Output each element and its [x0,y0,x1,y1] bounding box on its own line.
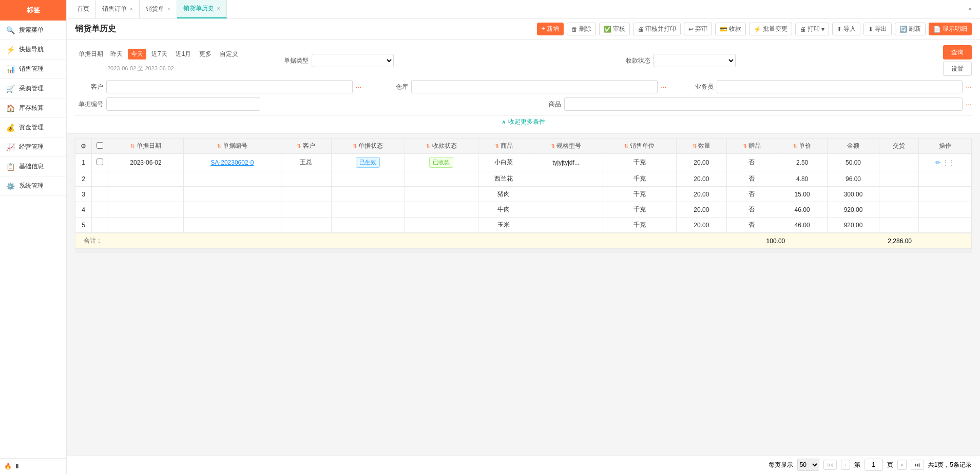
sidebar-item-search-menu[interactable]: 🔍 搜索菜单 [0,21,66,40]
fire-icon[interactable]: 🔥 [4,463,12,470]
import-button[interactable]: ⬆ 导入 [832,23,860,35]
warehouse-input[interactable] [411,80,658,93]
last-page-button[interactable]: ⏭ [911,460,924,470]
tab-home[interactable]: 首页 [71,0,96,18]
import-icon: ⬆ [837,26,842,33]
col-date[interactable]: ⇅ 单据日期 [108,139,184,154]
more-icon[interactable]: ⋮⋮ [943,159,955,166]
pay-status-field: 收款状态 [622,54,935,67]
cell-doc-status [331,202,405,218]
pagination-area: 每页显示 50 100 200 ⏮ ‹ 第 页 › ⏭ 共1页，5条记录 [67,455,980,474]
cell-goods: 牛肉 [478,202,529,218]
audit-print-button[interactable]: 🖨 审核并打印 [633,23,681,35]
pay-status-select[interactable] [654,54,736,67]
money-icon: 💰 [6,124,15,132]
customer-input[interactable] [106,80,353,93]
warehouse-dots-button[interactable]: ··· [661,83,667,91]
new-button[interactable]: + 新增 [537,23,564,35]
export-button[interactable]: ⬇ 导出 [863,23,892,35]
goods-dots-button[interactable]: ··· [966,100,972,108]
collapse-button[interactable]: ∧ 收起更多条件 [75,115,972,128]
sidebar-item-quick-nav[interactable]: ⚡ 快捷导航 [0,40,66,60]
tab-sales-order-close[interactable]: × [130,6,133,12]
col-doc-status[interactable]: ⇅ 单据状态 [331,139,405,154]
doc-type-select[interactable] [312,54,394,67]
sidebar-item-inventory[interactable]: 🏠 库存核算 [0,98,66,118]
audit-button[interactable]: ✅ 审核 [599,23,630,35]
col-amount: 金额 [828,139,879,154]
cell-checkbox[interactable] [92,218,108,233]
col-pay-status[interactable]: ⇅ 收款状态 [405,139,478,154]
col-number[interactable]: ⇅ 单据编号 [184,139,281,154]
date-pill-1month[interactable]: 近1月 [172,49,195,60]
tab-sales-history[interactable]: 销货单历史 × [177,0,227,18]
page-number-input[interactable] [864,459,883,471]
batch-change-button[interactable]: ⚡ 批量变更 [749,23,792,35]
col-customer[interactable]: ⇅ 客户 [281,139,331,154]
customer-dots-button[interactable]: ··· [356,83,362,91]
clipboard-icon: 📋 [6,163,15,171]
cell-seq: 1 [75,154,92,171]
print-button[interactable]: 🖨 打印 ▾ [795,23,829,35]
sidebar-item-basic-info[interactable]: 📋 基础信息 [0,157,66,176]
audit-icon: ✅ [604,26,611,33]
tab-sales-order[interactable]: 销售订单 × [96,0,140,18]
delete-button[interactable]: 🗑 删除 [567,23,596,35]
cell-unit: 千克 [603,187,676,202]
row-checkbox[interactable] [97,159,103,165]
date-pill-yesterday[interactable]: 昨天 [107,49,126,60]
cell-doc-status [331,187,405,202]
tab-sales-history-label: 销货单历史 [183,4,214,13]
cell-seq: 4 [75,202,92,218]
edit-icon[interactable]: ✏ [935,159,940,166]
table-row: 2 西兰花 千克 20.00 否 4.80 96.00 [75,171,972,187]
per-page-select[interactable]: 50 100 200 [797,459,819,471]
cell-checkbox[interactable] [92,187,108,202]
col-spec[interactable]: ⇅ 规格型号 [529,139,603,154]
sidebar-item-finance[interactable]: 💰 资金管理 [0,118,66,137]
sidebar-item-sales-mgmt[interactable]: 📊 销售管理 [0,60,66,79]
query-button[interactable]: 查询 [943,45,972,60]
cell-checkbox[interactable] [92,154,108,171]
next-page-button[interactable]: › [897,460,907,470]
abandon-button[interactable]: ↩ 弃审 [684,23,712,35]
refresh-button[interactable]: 🔄 刷新 [895,23,926,35]
col-price[interactable]: ⇅ 单价 [777,139,828,154]
tab-sales-history-close[interactable]: × [217,6,220,11]
col-unit[interactable]: ⇅ 销售单位 [603,139,676,154]
sidebar-item-system-mgmt[interactable]: ⚙️ 系统管理 [0,176,66,196]
doc-number-input[interactable] [106,97,260,111]
salesperson-input[interactable] [717,80,963,93]
cell-checkbox[interactable] [92,171,108,187]
col-checkbox[interactable] [92,139,108,154]
first-page-button[interactable]: ⏮ [823,460,837,470]
sidebar-item-purchase-mgmt[interactable]: 🛒 采购管理 [0,79,66,98]
sidebar-item-operations[interactable]: 📈 经营管理 [0,137,66,157]
col-gear[interactable]: ⚙ [75,139,92,154]
show-detail-button[interactable]: 📄 显示明细 [929,23,972,35]
date-pill-custom[interactable]: 自定义 [217,49,241,60]
prev-page-button[interactable]: ‹ [841,460,850,470]
col-goods[interactable]: ⇅ 商品 [478,139,529,154]
date-pill-today[interactable]: 今天 [128,49,146,60]
salesperson-field: 业务员 ··· [685,80,972,93]
close-all-tabs[interactable]: × [964,6,976,13]
tab-sales-goods-close[interactable]: × [167,6,170,12]
filter-settings-button[interactable]: 设置 [943,62,972,76]
table-row: 3 猪肉 千克 20.00 否 15.00 300.00 [75,187,972,202]
pause-icon[interactable]: ⏸ [14,463,20,470]
col-gift[interactable]: ⇅ 赠品 [726,139,777,154]
select-all-checkbox[interactable] [97,142,103,149]
collect-button[interactable]: 💳 收款 [715,23,746,35]
tab-sales-goods[interactable]: 销货单 × [140,0,177,18]
col-quantity[interactable]: ⇅ 数量 [676,139,726,154]
date-pill-more[interactable]: 更多 [196,49,215,60]
date-pill-7days[interactable]: 近7天 [148,49,170,60]
salesperson-dots-button[interactable]: ··· [966,83,972,91]
goods-input[interactable] [564,97,963,111]
quantity-total: 100.00 [766,238,785,245]
refresh-icon: 🔄 [899,26,907,33]
doc-number-link[interactable]: SA-20230602-0 [210,159,254,166]
cell-checkbox[interactable] [92,202,108,218]
horizontal-scrollbar[interactable] [75,249,972,253]
